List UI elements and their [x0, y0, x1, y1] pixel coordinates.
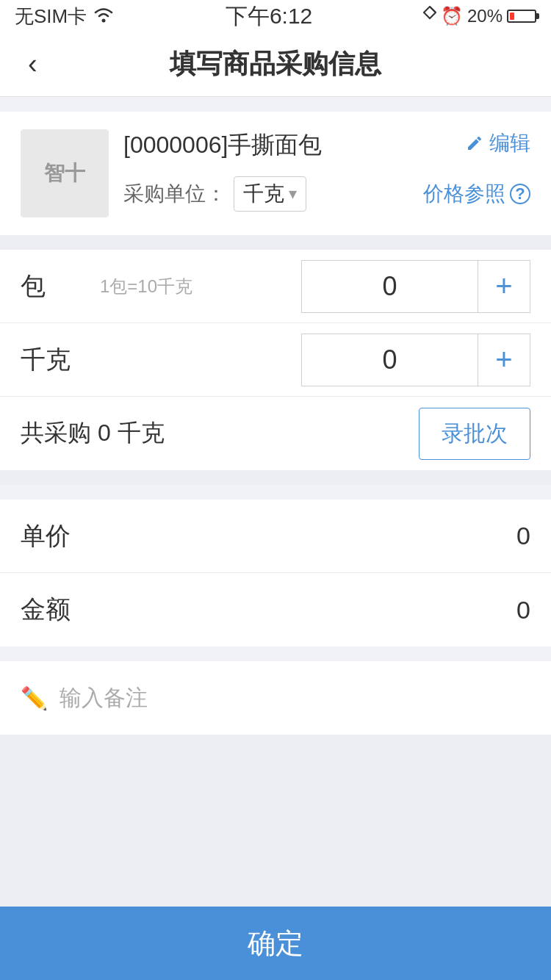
amount-row: 金额 0: [0, 573, 551, 646]
dropdown-arrow: ▾: [289, 184, 297, 203]
product-info: [0000006]手撕面包 编辑 采购单位： 千克 ▾ 价格参照 ?: [123, 129, 530, 212]
remarks-placeholder: 输入备注: [60, 683, 148, 713]
section-divider-2: [0, 470, 551, 485]
alarm-icon: ⏰: [441, 6, 463, 26]
svg-point-0: [102, 18, 106, 22]
summary-row: 共采购 0 千克 录批次: [0, 397, 551, 470]
bag-input-row: 包 1包=10千克 +: [0, 250, 551, 323]
product-logo: 智十: [44, 159, 85, 187]
amount-label: 金额: [21, 593, 71, 627]
bag-plus-button[interactable]: +: [478, 260, 530, 313]
bag-input-control: +: [301, 260, 530, 313]
kg-label: 千克: [21, 343, 94, 377]
status-bar-left: 无SIM卡: [15, 4, 115, 29]
product-name: [0000006]手撕面包: [123, 129, 466, 162]
status-bar-time: 下午6:12: [226, 1, 312, 32]
back-button[interactable]: ‹: [21, 41, 45, 87]
edit-label: 编辑: [489, 129, 530, 157]
bag-label: 包: [21, 270, 94, 303]
section-divider-1: [0, 235, 551, 250]
unit-price-row: 单价 0: [0, 500, 551, 573]
price-ref-label: 价格参照: [423, 180, 505, 208]
unit-select[interactable]: 千克 ▾: [234, 176, 306, 212]
battery-pct: 20%: [467, 6, 503, 26]
amount-value: 0: [516, 596, 530, 624]
confirm-button[interactable]: 确定: [0, 907, 551, 980]
status-bar-right: ⏰ 20%: [423, 6, 536, 26]
input-section: 包 1包=10千克 + 千克 +: [0, 250, 551, 397]
unit-value: 千克: [243, 180, 284, 208]
kg-input-control: +: [301, 334, 530, 386]
price-section: 单价 0 金额 0: [0, 500, 551, 646]
summary-text: 共采购 0 千克: [21, 417, 165, 450]
plus-icon: +: [495, 270, 512, 303]
kg-qty-input[interactable]: [301, 334, 478, 386]
carrier-label: 无SIM卡: [15, 4, 87, 29]
kg-plus-button[interactable]: +: [478, 334, 530, 386]
unit-price-value: 0: [516, 522, 530, 550]
info-icon: ?: [510, 184, 530, 204]
remarks-section[interactable]: ✏️ 输入备注: [0, 661, 551, 735]
edit-button[interactable]: 编辑: [466, 129, 530, 157]
battery-icon: [507, 10, 536, 23]
location-icon: [423, 6, 436, 26]
nav-bar: ‹ 填写商品采购信息: [0, 32, 551, 97]
record-batch-button[interactable]: 录批次: [419, 408, 530, 460]
product-image: 智十: [21, 129, 109, 217]
kg-input-row: 千克 +: [0, 323, 551, 397]
page-title: 填写商品采购信息: [170, 46, 381, 82]
wifi-icon: [93, 5, 115, 28]
bag-qty-input[interactable]: [301, 260, 478, 313]
bag-sublabel: 1包=10千克: [100, 275, 192, 298]
product-card: 智十 [0000006]手撕面包 编辑 采购单位： 千克 ▾ 价格参照 ?: [0, 112, 551, 235]
status-bar: 无SIM卡 下午6:12 ⏰ 20%: [0, 0, 551, 32]
plus-icon-2: +: [495, 343, 512, 376]
price-ref-button[interactable]: 价格参照 ?: [423, 180, 530, 208]
pencil-icon: ✏️: [21, 685, 48, 711]
purchase-unit-label: 采购单位：: [123, 180, 226, 208]
unit-price-label: 单价: [21, 519, 71, 553]
